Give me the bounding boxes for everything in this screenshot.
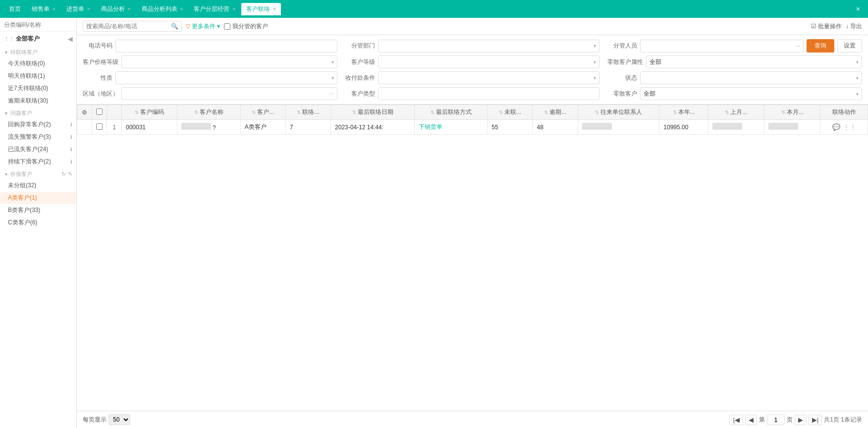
row-select-checkbox[interactable] [96,123,103,130]
page-number-input[interactable] [767,415,785,425]
close-customer-layer-tab[interactable]: × [232,6,235,12]
col-this-month[interactable]: ⇅本月... [764,105,820,120]
col-overdue[interactable]: ⇅逾期... [533,105,578,120]
top-close-button[interactable]: × [852,5,864,13]
close-product-analysis-list-tab[interactable]: × [180,6,183,12]
last-page-button[interactable]: ▶| [809,415,822,425]
my-customers-checkbox[interactable]: 我分管的客户 [224,22,268,31]
select-all-checkbox[interactable] [96,108,103,115]
col-customer-name[interactable]: ⇅客户名称 [177,105,240,120]
edit-group-icon[interactable]: ✎ [68,171,72,177]
filter-label-region: 区域（地区） [83,90,118,98]
filter-label-payment: 收付款条件 [345,74,375,82]
settings-button[interactable]: 设置 [837,39,862,53]
sidebar-collapse-button[interactable]: ◀ [68,36,72,43]
filter-label-retail-attr: 零散客户属性 [607,58,643,66]
row-action-more[interactable]: ⋮⋮ [843,123,856,131]
filter-input-price-level[interactable]: ▾ [121,55,337,68]
row-num: 1 [107,120,122,135]
batch-operation-button[interactable]: ☑ 批量操作 [811,22,842,31]
filter-label-customer-level: 客户等级 [345,58,375,66]
sidebar-item-ungrouped[interactable]: 未分组(32) [0,179,76,192]
col-settings[interactable]: ⚙ [77,105,92,120]
group-pending-contact[interactable]: ▼ 待联络客户 [0,46,76,57]
query-button[interactable]: 查询 [807,39,834,53]
sidebar-item-churn-warning[interactable]: 流失预警客户(3) ℹ [0,131,76,143]
close-product-analysis-tab[interactable]: × [128,6,131,12]
sidebar-item-7days-contact[interactable]: 近7天待联络(0) [0,82,76,95]
nav-tab-customer-layer[interactable]: 客户分层经营 × [189,3,240,15]
sidebar-item-churned[interactable]: 已流失客户(24) ℹ [0,143,76,156]
nav-tab-customer-contact[interactable]: 客户联络 × [241,3,281,15]
filter-input-retail-attr[interactable]: 全部 ▾ [646,55,862,68]
toolbar-search-icon[interactable]: 🔍 [171,23,178,30]
col-last-month[interactable]: ⇅上月... [708,105,764,120]
filter-label-retail-customer: 零散客户 [607,90,637,98]
retail-attr-chevron: ▾ [856,59,859,65]
sidebar-item-today-contact[interactable]: 今天待联络(0) [0,57,76,70]
col-last-contact-date[interactable]: ⇅最后联络日期 [331,105,415,120]
row-checkbox[interactable] [92,120,107,135]
sidebar-item-declining[interactable]: 持续下滑客户(2) ℹ [0,156,76,168]
col-checkbox[interactable] [92,105,107,120]
col-no-contact[interactable]: ⇅未联... [488,105,533,120]
sidebar-item-class-a[interactable]: A类客户(1) [0,192,76,204]
filter-input-payment[interactable]: ▾ [378,71,600,84]
filter-input-status[interactable]: ▾ [640,71,862,84]
nav-home[interactable]: 首页 [4,3,26,15]
group-value-customers[interactable]: ▼ 价值客户 ↻ ✎ [0,168,76,179]
filter-input-retail-customer[interactable]: 全部 ▾ [640,87,862,100]
row-last-date: 2023-04-12 14:44: [331,120,415,135]
prev-page-button[interactable]: ◀ [745,415,757,425]
toolbar-search-container[interactable]: 🔍 [83,21,182,32]
nav-tab-product-analysis-list[interactable]: 商品分析列表 × [137,3,188,15]
sidebar-item-repurchase-abnormal[interactable]: 回购异常客户(2) ℹ [0,118,76,131]
filter-input-region[interactable]: ··· [121,87,337,100]
sidebar-search-input[interactable] [4,21,77,28]
last-method-link[interactable]: 下销货单 [419,123,442,130]
filter-input-customer-type[interactable] [378,87,600,100]
col-last-contact-method[interactable]: ⇅最后联络方式 [415,105,488,120]
nav-tab-product-analysis[interactable]: 商品分析 × [96,3,136,15]
filter-input-manager[interactable]: ··· [640,40,804,53]
sort-contact: ⇅ [297,109,301,115]
row-action-comment[interactable]: 💬 [832,123,840,131]
next-page-button[interactable]: ▶ [795,415,807,425]
nav-tab-sales[interactable]: 销售单 × [27,3,60,15]
group-problem-customers[interactable]: ▼ 问题客户 [0,107,76,118]
filter-field-customer-level: 客户等级 ▾ [345,55,600,68]
my-customers-check[interactable] [224,23,230,30]
sidebar-item-tomorrow-contact[interactable]: 明天待联络(1) [0,70,76,82]
first-page-button[interactable]: |◀ [729,415,743,425]
per-page-select[interactable]: 50 [108,414,130,425]
refresh-icon[interactable]: ↻ [61,171,66,177]
close-sales-tab[interactable]: × [53,6,55,12]
col-customer-code[interactable]: ⇅客户编码 [122,105,177,120]
col-this-year[interactable]: ⇅本年... [659,105,708,120]
sidebar-item-class-b[interactable]: B类客户(33) [0,204,76,216]
close-purchase-tab[interactable]: × [87,6,90,12]
col-contact-count[interactable]: ⇅联络... [285,105,330,120]
sort-unit-contact: ⇅ [595,109,599,115]
filter-input-nature[interactable]: ▾ [115,71,337,84]
toolbar-search-input[interactable] [86,23,169,30]
col-action-label: 联络动作 [820,105,868,120]
filter-chevron: ▾ [217,23,220,30]
filter-input-customer-level[interactable]: ▾ [378,55,600,68]
filter-input-dept[interactable]: ▾ [378,40,600,53]
close-customer-contact-tab[interactable]: × [273,6,276,12]
sort-no-contact: ⇅ [499,109,503,115]
sidebar-item-class-c[interactable]: C类客户(6) [0,216,76,229]
export-button[interactable]: ↓ 导出 [846,22,862,31]
sidebar-item-overdue-contact[interactable]: 逾期未联络(30) [0,95,76,107]
row-last-method[interactable]: 下销货单 [415,120,488,135]
col-customer-type[interactable]: ⇅客户... [240,105,285,120]
row-actions: 💬 ⋮⋮ [820,120,868,135]
nav-tab-purchase[interactable]: 进货单 × [61,3,95,15]
filter-more-button[interactable]: ▽ 更多条件 ▾ [186,22,220,31]
all-customers-header[interactable]: ⋮⋮ 全部客户 ◀ [0,32,76,46]
filter-input-phone[interactable] [115,40,337,53]
masked-unit-contact [582,123,612,130]
col-unit-contact[interactable]: ⇅往来单位联系人 [578,105,659,120]
info-icon-4: ℹ [70,159,72,164]
